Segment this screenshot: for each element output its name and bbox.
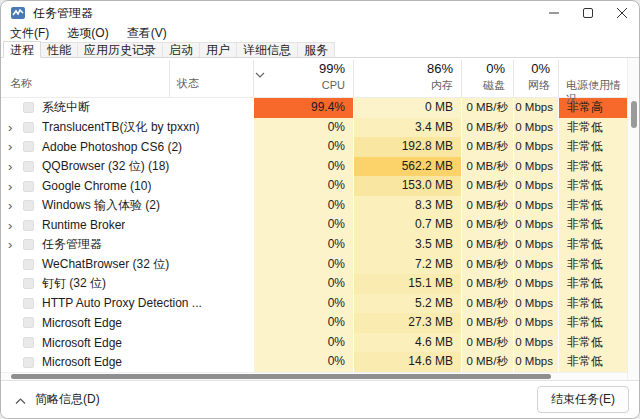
process-row[interactable]: 钉钉 (32 位) 0% 15.1 MB 0 MB/秒 0 Mbps 非常低 (1, 274, 639, 294)
memory-cell: 8.3 MB (353, 196, 461, 216)
title-bar: 任务管理器 (1, 1, 639, 25)
process-row[interactable]: Google Chrome (10) 0% 153.0 MB 0 MB/秒 0 … (1, 176, 639, 196)
tab-processes[interactable]: 进程 (3, 41, 41, 58)
vertical-scrollbar[interactable] (627, 58, 639, 380)
process-name-cell: Runtime Broker (1, 215, 253, 235)
horizontal-scrollbar-thumb[interactable] (11, 374, 551, 379)
process-name-cell: 任务管理器 (1, 235, 253, 255)
expand-chevron-icon[interactable] (8, 140, 23, 153)
disk-cell: 0 MB/秒 (461, 255, 513, 275)
tab-startup[interactable]: 启动 (163, 42, 200, 57)
process-name: 任务管理器 (42, 236, 102, 253)
power-cell: 非常低 (558, 215, 629, 235)
process-name-cell: Microsoft Edge (1, 333, 253, 353)
process-row[interactable]: Runtime Broker 0% 0.7 MB 0 MB/秒 0 Mbps 非… (1, 215, 639, 235)
process-row[interactable]: QQBrowser (32 位) (18) 0% 562.2 MB 0 MB/秒… (1, 157, 639, 177)
network-cell: 0 Mbps (513, 137, 558, 157)
disk-label: 磁盘 (461, 78, 513, 94)
column-power-header[interactable]: 电源使用情况 (558, 58, 629, 98)
horizontal-scrollbar[interactable] (1, 372, 639, 380)
cpu-cell: 0% (253, 196, 353, 216)
disk-cell: 0 MB/秒 (461, 274, 513, 294)
app-icon (23, 357, 34, 368)
menu-view[interactable]: 查看(V) (118, 25, 176, 42)
cpu-total-value: 99% (253, 58, 353, 78)
column-name-header[interactable]: 名称 (10, 76, 32, 91)
memory-cell: 15.1 MB (353, 274, 461, 294)
window-title: 任务管理器 (33, 5, 93, 22)
process-row[interactable]: Microsoft Edge 0% 27.3 MB 0 MB/秒 0 Mbps … (1, 313, 639, 333)
cpu-cell: 0% (253, 294, 353, 314)
app-icon (23, 259, 34, 270)
process-row[interactable]: HTTP Auto Proxy Detection ... 0% 5.2 MB … (1, 294, 639, 314)
network-cell: 0 Mbps (513, 274, 558, 294)
close-button[interactable] (605, 1, 639, 25)
minimize-button[interactable] (537, 1, 571, 25)
expand-chevron-icon[interactable] (8, 160, 23, 173)
power-cell: 非常低 (558, 313, 629, 333)
process-row[interactable]: Microsoft Edge 0% 4.6 MB 0 MB/秒 0 Mbps 非… (1, 333, 639, 353)
disk-cell: 0 MB/秒 (461, 176, 513, 196)
memory-cell: 562.2 MB (353, 157, 461, 177)
app-icon (23, 102, 34, 113)
disk-cell: 0 MB/秒 (461, 294, 513, 314)
network-cell: 0 Mbps (513, 157, 558, 177)
cpu-cell: 0% (253, 215, 353, 235)
tab-bar: 进程 性能 应用历史记录 启动 用户 详细信息 服务 (1, 41, 639, 58)
network-cell: 0 Mbps (513, 333, 558, 353)
power-cell: 非常低 (558, 137, 629, 157)
header-divider (353, 60, 354, 97)
app-icon (23, 239, 34, 250)
cpu-label: CPU (253, 78, 353, 94)
vertical-scrollbar-thumb[interactable] (631, 101, 637, 128)
process-name: Google Chrome (10) (42, 179, 151, 193)
window-controls (537, 1, 639, 25)
memory-cell: 3.5 MB (353, 235, 461, 255)
expand-chevron-icon[interactable] (8, 219, 23, 232)
column-disk-header[interactable]: 0% 磁盘 (461, 58, 513, 98)
process-row[interactable]: TranslucentTB(汉化 by tpxxn) 0% 3.4 MB 0 M… (1, 118, 639, 138)
disk-cell: 0 MB/秒 (461, 235, 513, 255)
expand-chevron-icon[interactable] (8, 180, 23, 193)
cpu-cell: 0% (253, 176, 353, 196)
process-name: QQBrowser (32 位) (18) (42, 158, 169, 175)
fewer-details-toggle[interactable]: 简略信息(D) (15, 391, 100, 409)
cpu-cell: 0% (253, 352, 353, 372)
process-name: TranslucentTB(汉化 by tpxxn) (42, 119, 200, 136)
header-divider (558, 60, 559, 97)
tab-details[interactable]: 详细信息 (237, 42, 298, 57)
maximize-button[interactable] (571, 1, 605, 25)
disk-cell: 0 MB/秒 (461, 157, 513, 177)
process-name: WeChatBrowser (32 位) (42, 256, 169, 273)
cpu-cell: 99.4% (253, 98, 353, 118)
tab-app-history[interactable]: 应用历史记录 (78, 42, 163, 57)
cpu-cell: 0% (253, 255, 353, 275)
tab-services[interactable]: 服务 (298, 42, 335, 57)
menu-options[interactable]: 选项(O) (58, 25, 117, 42)
process-row[interactable]: 系统中断 99.4% 0 MB 0 MB/秒 0 Mbps 非常高 (1, 98, 639, 118)
tab-performance[interactable]: 性能 (41, 42, 78, 57)
column-memory-header[interactable]: 86% 内存 (353, 58, 461, 98)
memory-cell: 14.6 MB (353, 352, 461, 372)
power-cell: 非常低 (558, 118, 629, 138)
column-cpu-header[interactable]: 99% CPU (253, 58, 353, 98)
power-cell: 非常低 (558, 274, 629, 294)
network-cell: 0 Mbps (513, 294, 558, 314)
app-icon (23, 141, 34, 152)
network-cell: 0 Mbps (513, 176, 558, 196)
menu-file[interactable]: 文件(F) (1, 25, 58, 42)
tab-users[interactable]: 用户 (200, 42, 237, 57)
process-row[interactable]: Microsoft Edge 0% 14.6 MB 0 MB/秒 0 Mbps … (1, 352, 639, 372)
process-row[interactable]: Windows 输入体验 (2) 0% 8.3 MB 0 MB/秒 0 Mbps… (1, 196, 639, 216)
column-network-header[interactable]: 0% 网络 (513, 58, 558, 98)
disk-cell: 0 MB/秒 (461, 333, 513, 353)
process-row[interactable]: 任务管理器 0% 3.5 MB 0 MB/秒 0 Mbps 非常低 (1, 235, 639, 255)
expand-chevron-icon[interactable] (8, 238, 23, 251)
column-status-header[interactable]: 状态 (177, 76, 199, 91)
expand-chevron-icon[interactable] (8, 121, 23, 134)
process-row[interactable]: Adobe Photoshop CS6 (2) 0% 192.8 MB 0 MB… (1, 137, 639, 157)
process-name-cell: Microsoft Edge (1, 313, 253, 333)
end-task-button[interactable]: 结束任务(E) (537, 386, 629, 413)
process-row[interactable]: WeChatBrowser (32 位) 0% 7.2 MB 0 MB/秒 0 … (1, 255, 639, 275)
expand-chevron-icon[interactable] (8, 199, 23, 212)
